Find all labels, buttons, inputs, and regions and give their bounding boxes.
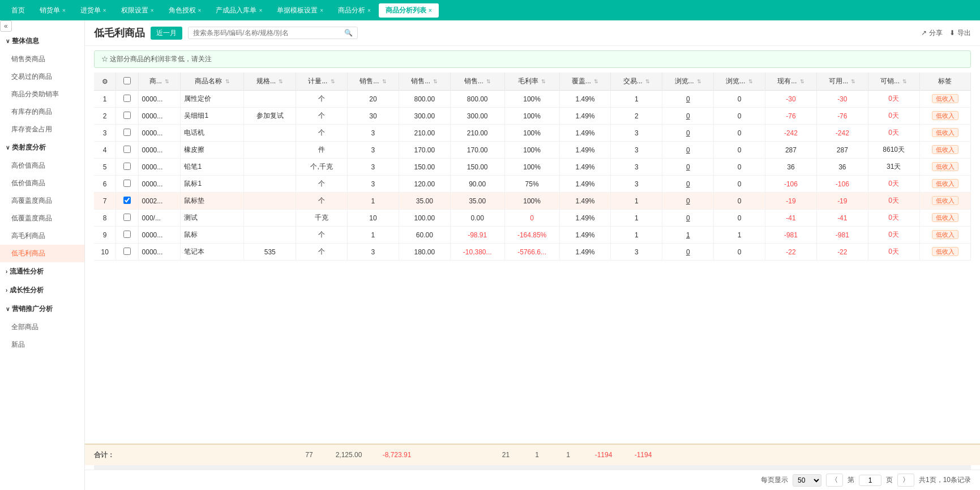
sidebar-group-growth[interactable]: › 成长性分析 — [0, 281, 84, 300]
row-tx-count: 1 — [611, 210, 662, 227]
sidebar-item-low-value[interactable]: 低价值商品 — [0, 174, 84, 192]
row-checkbox[interactable] — [123, 248, 131, 255]
export-button[interactable]: ⬇ 导出 — [949, 28, 971, 38]
col-name[interactable]: 商品名称 ⇅ — [181, 73, 244, 91]
col-coverage[interactable]: 覆盖... ⇅ — [559, 73, 611, 91]
nav-product-analysis[interactable]: 商品分析 × — [331, 3, 378, 18]
row-checkbox-cell[interactable] — [116, 210, 138, 227]
sidebar-group-circulation[interactable]: › 流通性分析 — [0, 262, 84, 281]
next-page-button[interactable]: 〉 — [897, 474, 914, 487]
page-number-input[interactable] — [859, 475, 881, 486]
nav-purchase-order[interactable]: 进货单 × — [74, 3, 113, 18]
nav-sales-order[interactable]: 销货单 × — [33, 3, 72, 18]
sidebar-item-high-value[interactable]: 高价值商品 — [0, 157, 84, 174]
row-checkbox-cell[interactable] — [116, 142, 138, 159]
row-view-count1[interactable]: 0 — [662, 91, 714, 108]
close-icon[interactable]: × — [151, 7, 154, 14]
close-icon[interactable]: × — [259, 7, 262, 14]
col-view-count2[interactable]: 浏览... ⇅ — [714, 73, 765, 91]
col-settings[interactable]: ⚙ — [94, 73, 116, 91]
col-sales-profit[interactable]: 销售... ⇅ — [450, 73, 504, 91]
nav-template-settings[interactable]: 单据模板设置 × — [270, 3, 330, 18]
row-code: 0000... — [138, 108, 181, 125]
row-view-count1[interactable]: 0 — [662, 159, 714, 176]
nav-role-auth[interactable]: 角色授权 × — [162, 3, 208, 18]
row-checkbox[interactable] — [123, 214, 131, 221]
prev-page-button[interactable]: 〈 — [826, 474, 843, 487]
row-checkbox-cell[interactable] — [116, 159, 138, 176]
nav-permission-settings[interactable]: 权限设置 × — [114, 3, 161, 18]
sidebar-item-low-margin[interactable]: 低毛利商品 — [0, 245, 84, 262]
row-view-count1[interactable]: 0 — [662, 210, 714, 227]
nav-home[interactable]: 首页 — [5, 3, 32, 18]
search-input[interactable] — [193, 29, 344, 37]
col-view-count1[interactable]: 浏览... ⇅ — [662, 73, 714, 91]
col-code[interactable]: 商... ⇅ — [138, 73, 181, 91]
date-filter-button[interactable]: 近一月 — [151, 27, 182, 40]
row-checkbox-cell[interactable] — [116, 193, 138, 210]
sidebar-item-capital-occupied[interactable]: 库存资金占用 — [0, 121, 84, 138]
sidebar-item-new-products[interactable]: 新品 — [0, 336, 84, 353]
sidebar-item-low-coverage[interactable]: 低覆盖度商品 — [0, 210, 84, 227]
sidebar-group-marketing[interactable]: ∨ 营销推广分析 — [0, 300, 84, 318]
nav-product-analysis-list[interactable]: 商品分析列表 × — [379, 3, 439, 18]
row-code: 0000... — [138, 91, 181, 108]
row-checkbox-cell[interactable] — [116, 244, 138, 261]
close-icon[interactable]: × — [103, 7, 106, 14]
row-no: 6 — [94, 176, 116, 193]
row-view-count1[interactable]: 0 — [662, 125, 714, 142]
sidebar-item-category-sales-rate[interactable]: 商品分类助销率 — [0, 86, 84, 103]
close-icon[interactable]: × — [429, 7, 432, 14]
col-unit[interactable]: 计量... ⇅ — [296, 73, 348, 91]
row-view-count1[interactable]: 0 — [662, 244, 714, 261]
row-checkbox[interactable] — [123, 163, 131, 170]
col-current-stock[interactable]: 现有... ⇅ — [765, 73, 817, 91]
row-checkbox[interactable] — [123, 180, 131, 187]
share-button[interactable]: ↗ 分享 — [921, 28, 943, 38]
row-checkbox-cell[interactable] — [116, 91, 138, 108]
row-checkbox-cell[interactable] — [116, 108, 138, 125]
row-checkbox-cell[interactable] — [116, 227, 138, 244]
sidebar-group-overall[interactable]: ∨ 整体信息 — [0, 32, 84, 50]
col-spec[interactable]: 规格... ⇅ — [244, 73, 296, 91]
select-all-checkbox[interactable] — [123, 77, 131, 84]
sidebar-item-in-stock[interactable]: 有库存的商品 — [0, 103, 84, 121]
row-view-count1[interactable]: 0 — [662, 176, 714, 193]
col-sales-amt[interactable]: 销售... ⇅ — [399, 73, 450, 91]
col-gross-margin[interactable]: 毛利率 ⇅ — [504, 73, 559, 91]
col-avail-stock[interactable]: 可用... ⇅ — [816, 73, 868, 91]
sidebar-item-all-products[interactable]: 全部商品 — [0, 318, 84, 336]
row-checkbox[interactable] — [123, 231, 131, 238]
row-checkbox[interactable] — [123, 95, 131, 102]
row-checkbox[interactable] — [123, 129, 131, 136]
search-icon[interactable]: 🔍 — [344, 29, 353, 37]
search-box[interactable]: 🔍 — [188, 27, 358, 39]
sidebar-item-high-coverage[interactable]: 高覆盖度商品 — [0, 192, 84, 210]
row-checkbox[interactable] — [123, 146, 131, 153]
horizontal-scrollbar[interactable] — [94, 465, 971, 470]
sidebar-item-traded-products[interactable]: 交易过的商品 — [0, 68, 84, 86]
col-saleable-days[interactable]: 可销... ⇅ — [868, 73, 919, 91]
row-view-count1[interactable]: 0 — [662, 108, 714, 125]
nav-product-entry[interactable]: 产成品入库单 × — [209, 3, 269, 18]
row-view-count1[interactable]: 0 — [662, 142, 714, 159]
col-tx-count[interactable]: 交易... ⇅ — [611, 73, 662, 91]
col-checkbox[interactable] — [116, 73, 138, 91]
row-view-count1[interactable]: 1 — [662, 227, 714, 244]
row-checkbox-cell[interactable] — [116, 176, 138, 193]
row-checkbox[interactable] — [123, 197, 131, 204]
per-page-select[interactable]: 50 10 20 100 — [793, 474, 821, 487]
row-checkbox-cell[interactable] — [116, 125, 138, 142]
chevron-right-icon: › — [6, 287, 7, 293]
close-icon[interactable]: × — [367, 7, 371, 14]
col-sales-qty[interactable]: 销售... ⇅ — [348, 73, 399, 91]
sidebar-item-sales-products[interactable]: 销售类商品 — [0, 50, 84, 68]
row-view-count1[interactable]: 0 — [662, 193, 714, 210]
sidebar-item-high-margin[interactable]: 高毛利商品 — [0, 227, 84, 245]
close-icon[interactable]: × — [62, 7, 66, 14]
close-icon[interactable]: × — [320, 7, 323, 14]
sidebar-group-coverage[interactable]: ∨ 类射度分析 — [0, 138, 84, 157]
close-icon[interactable]: × — [198, 7, 202, 14]
row-checkbox[interactable] — [123, 112, 131, 119]
collapse-sidebar-button[interactable]: « — [0, 20, 12, 32]
